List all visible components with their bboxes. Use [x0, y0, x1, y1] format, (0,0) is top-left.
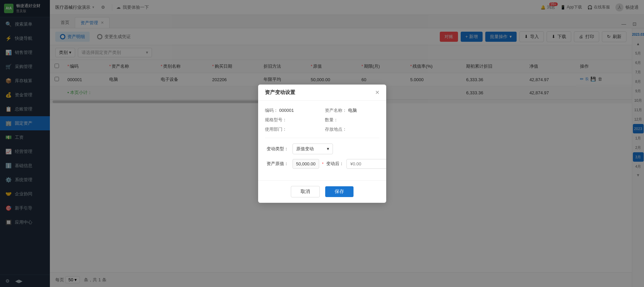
original-value-control: 50,000.00 * 变动后：	[293, 159, 379, 169]
modal-asset-name-field: 资产名称： 电脑	[325, 107, 379, 114]
original-value-display: 50,000.00	[293, 159, 319, 169]
modal-quantity-field: 数量：	[325, 117, 379, 123]
asset-change-modal: 资产变动设置 ✕ 编码： 000001 资产名称： 电脑 规格型号： 数量：	[258, 85, 386, 203]
change-type-control: 原值变动 ▾	[293, 144, 379, 154]
after-change-input[interactable]	[346, 159, 386, 169]
modal-spec-field: 规格型号：	[265, 117, 319, 123]
modal-header: 资产变动设置 ✕	[258, 85, 386, 101]
modal-location-field: 存放地点：	[325, 126, 379, 132]
change-type-select[interactable]: 原值变动 ▾	[293, 144, 333, 154]
modal-info-grid: 编码： 000001 资产名称： 电脑 规格型号： 数量： 使用部门：	[265, 107, 379, 138]
save-button[interactable]: 保存	[325, 186, 354, 197]
modal-close-button[interactable]: ✕	[375, 89, 379, 96]
modal-title: 资产变动设置	[265, 89, 295, 96]
modal-footer: 取消 保存	[258, 180, 386, 203]
cancel-button[interactable]: 取消	[291, 186, 320, 197]
modal-overlay: 资产变动设置 ✕ 编码： 000001 资产名称： 电脑 规格型号： 数量：	[0, 0, 644, 287]
modal-code-field: 编码： 000001	[265, 107, 319, 114]
required-star: *	[322, 161, 324, 166]
modal-department-field: 使用部门：	[265, 126, 319, 132]
chevron-down-icon: ▾	[327, 146, 329, 151]
modal-body: 编码： 000001 资产名称： 电脑 规格型号： 数量： 使用部门：	[258, 101, 386, 180]
modal-original-value-field: 资产原值： 50,000.00 * 变动后：	[265, 159, 379, 169]
modal-change-type-field: 变动类型： 原值变动 ▾	[265, 144, 379, 154]
